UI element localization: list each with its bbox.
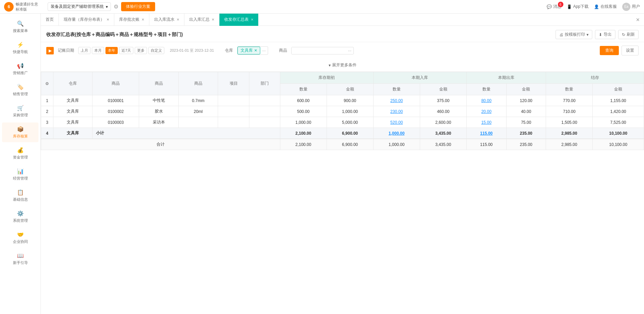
tab-collect-summary[interactable]: 收发存汇总表 ✕ xyxy=(219,14,259,26)
message-badge: 6 xyxy=(558,2,563,7)
tab-inventory-dist[interactable]: 现存量（库存分布表） ✕ xyxy=(59,14,114,26)
tab-close-icon[interactable]: ✕ xyxy=(106,18,109,21)
sidebar-item-enterprise[interactable]: 🤝 企业协同 xyxy=(2,228,38,248)
row-spec: 20ml xyxy=(178,106,218,117)
goods-input-group[interactable]: ··· xyxy=(291,47,354,54)
enterprise-icon: 🤝 xyxy=(17,231,24,238)
tab-in-out-flow[interactable]: 出入库流水 ✕ xyxy=(149,14,184,26)
tab-close-icon[interactable]: ✕ xyxy=(142,18,144,21)
row-out-qty[interactable]: 20.00 xyxy=(466,106,506,117)
sidebar-item-label: 快捷导航 xyxy=(13,49,28,54)
online-service-button[interactable]: 👤 在线客服 xyxy=(594,4,617,10)
subtotal-in-qty[interactable]: 1,000.00 xyxy=(373,128,420,139)
row-project xyxy=(218,117,249,128)
th-project: 项目 xyxy=(218,72,249,95)
logo-text: 畅捷通好生意 标准版 xyxy=(16,2,38,12)
row-open-amt: 900.00 xyxy=(327,95,373,106)
date-last-7days[interactable]: 近7天 xyxy=(119,47,133,54)
system-name[interactable]: 装备及固定资产辅助管理系统 ▾ xyxy=(48,2,111,11)
subtotal-out-qty[interactable]: 115.00 xyxy=(466,128,506,139)
row-out-qty[interactable]: 80.00 xyxy=(466,95,506,106)
goods-input[interactable] xyxy=(292,47,346,54)
date-this-year[interactable]: 本年 xyxy=(105,47,118,54)
sidebar-item-operation[interactable]: 📊 经营管理 xyxy=(2,165,38,184)
th-warehouse: 仓库 xyxy=(53,72,93,95)
sidebar-item-system[interactable]: ⚙️ 系统管理 xyxy=(2,207,38,227)
th-out-qty: 数量 xyxy=(466,84,506,95)
row-in-amt: 375.00 xyxy=(420,95,466,106)
subtotal-no: 4 xyxy=(41,128,53,139)
tab-close-icon[interactable]: ✕ xyxy=(177,18,179,21)
page-actions: 🖨 按模板打印 ▾ ⬇ 导出 ↻ 刷新 xyxy=(556,30,639,39)
setting-button[interactable]: 设置 xyxy=(622,46,639,55)
export-button[interactable]: ⬇ 导出 xyxy=(595,30,615,39)
filter-toggle-button[interactable]: ▶ xyxy=(46,47,54,54)
row-out-qty[interactable]: 15.00 xyxy=(466,117,506,128)
row-no: 1 xyxy=(41,95,53,106)
sidebar-item-purchase[interactable]: 🛒 采购管理 xyxy=(2,101,38,121)
basic-icon: 📋 xyxy=(17,189,24,196)
tab-bar-close-button[interactable]: ✕ xyxy=(632,17,644,22)
date-custom[interactable]: 自定义 xyxy=(148,47,164,54)
sidebar-item-guide[interactable]: 📖 新手引导 xyxy=(2,249,38,269)
avatar: Ea xyxy=(622,3,630,11)
warehouse-tag-close[interactable]: ✕ xyxy=(254,48,257,53)
settings-icon[interactable]: ⚙ xyxy=(45,81,49,86)
row-in-qty[interactable]: 520.00 xyxy=(373,117,420,128)
tab-batch-ledger[interactable]: 库存批次账 ✕ xyxy=(114,14,149,26)
main-table: ⚙ 仓库 商品 商品 商品 项目 部门 库存期初 本期入库 本期出库 结存 xyxy=(41,72,644,150)
main-content: 首页 现存量（库存分布表） ✕ 库存批次账 ✕ 出入库流水 ✕ 出入库汇总 ✕ … xyxy=(41,14,644,314)
expand-conditions-button[interactable]: ▾ 展开更多条件 xyxy=(329,62,357,68)
tab-home[interactable]: 首页 xyxy=(41,14,59,26)
total-open-qty: 2,100.00 xyxy=(280,139,327,150)
row-code: 0100001 xyxy=(93,95,139,106)
sidebar-item-finance[interactable]: 💰 资金管理 xyxy=(2,144,38,163)
guide-icon: 📖 xyxy=(17,252,24,259)
warehouse-more-button[interactable]: ··· xyxy=(260,48,268,53)
row-warehouse: 文具库 xyxy=(53,106,93,117)
sidebar-item-quick-nav[interactable]: ⚡ 快捷导航 xyxy=(2,38,38,58)
tab-close-active-icon[interactable]: ✕ xyxy=(251,18,253,21)
print-button[interactable]: 🖨 按模板打印 ▾ xyxy=(556,30,592,39)
filter-bar: ▶ 记账日期 上月 本月 本年 近7天 更多 自定义 2023-01-01 至 … xyxy=(41,42,644,72)
sidebar-item-sales[interactable]: 🏷️ 销售管理 xyxy=(2,80,38,100)
goods-more-button[interactable]: ··· xyxy=(346,48,353,53)
date-more[interactable]: 更多 xyxy=(135,47,147,54)
date-this-month[interactable]: 本月 xyxy=(92,47,104,54)
phone-icon: 📱 xyxy=(567,4,572,9)
total-out-amt: 235.00 xyxy=(506,139,546,150)
sidebar-item-search[interactable]: 🔍 搜索菜单 xyxy=(2,17,38,37)
row-open-amt: 1,000.00 xyxy=(327,106,373,117)
tab-close-icon[interactable]: ✕ xyxy=(212,18,214,21)
sidebar-item-inventory[interactable]: 📦 库存核算 xyxy=(2,122,38,142)
main-layout: 🔍 搜索菜单 ⚡ 快捷导航 📢 营销推广 🏷️ 销售管理 🛒 采购管理 📦 库存… xyxy=(0,14,644,314)
refresh-button[interactable]: ↻ 刷新 xyxy=(618,30,639,39)
app-download-button[interactable]: 📱 App下载 xyxy=(567,4,589,10)
th-goods-name: 商品 xyxy=(139,72,178,95)
search-icon: 🔍 xyxy=(17,20,24,27)
sidebar-item-basic[interactable]: 📋 基础信息 xyxy=(2,186,38,205)
gear-settings-icon[interactable]: ⚙ xyxy=(114,3,118,10)
subtotal-close-qty: 2,985.00 xyxy=(546,128,593,139)
row-in-amt: 2,600.00 xyxy=(420,117,466,128)
row-in-qty[interactable]: 230.00 xyxy=(373,106,420,117)
subtotal-open-amt: 6,900.00 xyxy=(327,128,373,139)
tab-in-out-summary[interactable]: 出入库汇总 ✕ xyxy=(184,14,219,26)
sidebar-item-marketing[interactable]: 📢 营销推广 xyxy=(2,59,38,79)
subtotal-row: 4 文具库 小计 2,100.00 6,900.00 1,000.00 3,43… xyxy=(41,128,644,139)
page-inner: 收发存汇总表(按仓库＋商品编码＋商品＋规格型号＋项目＋部门) 🖨 按模板打印 ▾… xyxy=(41,26,644,314)
query-button[interactable]: 查询 xyxy=(600,46,619,55)
row-name: 中性笔 xyxy=(139,95,178,106)
date-last-month[interactable]: 上月 xyxy=(78,47,90,54)
warehouse-input-group[interactable]: 文具库 ✕ ··· xyxy=(237,46,268,55)
operation-icon: 📊 xyxy=(17,168,24,175)
row-dept xyxy=(249,117,280,128)
expand-icon: ▾ xyxy=(329,63,331,68)
row-in-qty[interactable]: 250.00 xyxy=(373,95,420,106)
goods-label: 商品 xyxy=(279,48,287,53)
system-icon: ⚙️ xyxy=(17,210,24,217)
trial-button[interactable]: 体验行业方案 xyxy=(121,2,155,11)
sidebar-item-label: 经营管理 xyxy=(13,176,28,181)
user-menu[interactable]: Ea 用户 xyxy=(622,3,640,11)
message-button[interactable]: 💬 消息 6 xyxy=(547,4,561,10)
